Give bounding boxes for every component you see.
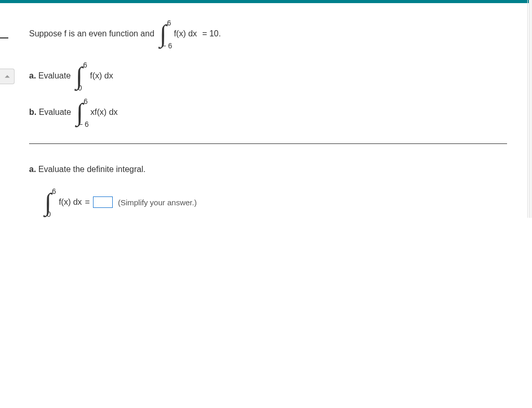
equals-sign: = — [85, 198, 90, 207]
part-b: b. Evaluate ∫ 6 − 6 xf(x) dx — [29, 97, 511, 128]
part-a: a. Evaluate ∫ 6 0 f(x) dx — [29, 60, 511, 91]
result-text: = 10. — [202, 29, 221, 38]
right-divider — [527, 0, 528, 218]
upper-limit: 6 — [52, 188, 56, 195]
answer-section: a. Evaluate the definite integral. ∫ 6 0… — [29, 165, 511, 218]
part-a-integral: ∫ 6 0 f(x) dx — [76, 63, 113, 88]
lower-limit: − 6 — [78, 121, 89, 128]
part-b-integral: ∫ 6 − 6 xf(x) dx — [76, 100, 118, 125]
lower-limit: 0 — [78, 84, 82, 91]
caret-up-icon — [4, 73, 10, 80]
integral-sign: ∫ 6 0 — [76, 63, 83, 88]
sidebar-expand-button[interactable] — [0, 69, 15, 84]
upper-limit: 6 — [167, 19, 171, 27]
integrand: f(x) dx — [59, 198, 82, 207]
answer-hint: (Simplify your answer.) — [118, 198, 197, 207]
lower-limit: − 6 — [162, 42, 172, 49]
content-area: Suppose f is an even function and ∫ 6 − … — [29, 3, 511, 218]
integrand: xf(x) dx — [90, 108, 117, 117]
problem-intro-text: Suppose f is an even function and — [29, 29, 157, 38]
part-b-label: b. Evaluate — [29, 108, 71, 117]
problem-statement: Suppose f is an even function and ∫ 6 − … — [29, 16, 511, 52]
answer-integral: ∫ 6 0 f(x) dx — [45, 190, 82, 215]
integrand: f(x) dx — [90, 71, 113, 81]
main-integral: ∫ 6 − 6 f(x) dx — [160, 21, 197, 46]
integral-sign: ∫ 6 − 6 — [160, 21, 167, 46]
section-divider — [29, 143, 507, 144]
answer-input[interactable] — [93, 196, 113, 208]
answer-prompt: a. Evaluate the definite integral. — [29, 165, 511, 174]
part-a-label: a. Evaluate — [29, 71, 71, 81]
integral-sign: ∫ 6 − 6 — [76, 100, 83, 125]
integral-sign: ∫ 6 0 — [45, 190, 51, 215]
right-scroll-gutter — [529, 0, 532, 218]
integrand: f(x) dx — [174, 29, 197, 38]
left-dash-mark — [0, 37, 8, 38]
upper-limit: 6 — [83, 61, 87, 69]
lower-limit: 0 — [47, 210, 51, 218]
upper-limit: 6 — [84, 98, 88, 105]
answer-line: ∫ 6 0 f(x) dx = (Simplify your answer.) — [42, 187, 511, 218]
